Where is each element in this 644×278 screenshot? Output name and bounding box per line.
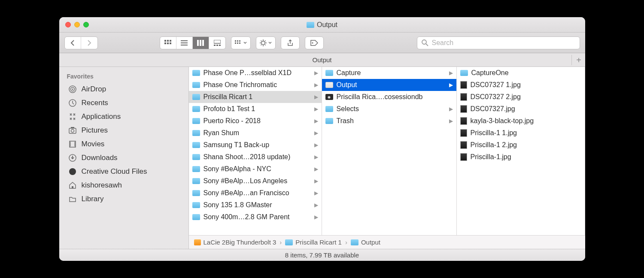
minimize-button[interactable]: [74, 22, 80, 27]
file-row[interactable]: Priscilla-1.jpg: [457, 151, 585, 163]
file-name: Sony #BeAlpha - NYC: [204, 165, 311, 173]
file-row[interactable]: Priscilla-1 2.jpg: [457, 139, 585, 151]
sidebar-item[interactable]: Recents: [59, 96, 188, 110]
file-row[interactable]: DSC07327 1.jpg: [457, 79, 585, 91]
chevron-right-icon: ▶: [314, 94, 318, 100]
svg-rect-8: [181, 45, 188, 45]
svg-rect-9: [197, 40, 199, 46]
sidebar-item[interactable]: Movies: [59, 137, 188, 151]
file-row[interactable]: Puerto Rico - 2018▶: [189, 115, 322, 127]
image-icon: [460, 93, 467, 101]
file-name: Ryan Shum: [204, 129, 311, 137]
svg-rect-6: [181, 40, 188, 41]
path-segment[interactable]: LaCie 2Big Thunderbolt 3: [194, 239, 276, 246]
file-row[interactable]: Sony #BeAlpha - NYC▶: [189, 163, 322, 175]
svg-rect-12: [214, 40, 221, 43]
svg-rect-11: [202, 40, 204, 46]
plus-icon: +: [576, 55, 581, 65]
forward-button[interactable]: [81, 37, 97, 49]
image-icon: [460, 153, 467, 161]
sidebar-item[interactable]: Downloads: [59, 151, 188, 165]
file-row[interactable]: Capture▶: [322, 67, 456, 79]
sidebar-item-label: Downloads: [82, 154, 118, 162]
file-row[interactable]: Selects▶: [322, 103, 456, 115]
sidebar-item[interactable]: Pictures: [59, 124, 188, 137]
sidebar-item[interactable]: AirDrop: [59, 82, 188, 96]
tab-label[interactable]: Output: [312, 56, 331, 63]
file-row[interactable]: ◉Priscilla Rica….cosessiondb: [322, 91, 456, 103]
file-row[interactable]: CaptureOne: [457, 67, 585, 79]
file-name: Trash: [337, 117, 446, 125]
svg-rect-15: [219, 45, 221, 46]
svg-point-22: [261, 41, 265, 45]
file-row[interactable]: Shana Shoot…2018 update)▶: [189, 151, 322, 163]
file-row[interactable]: Output▶: [322, 79, 456, 91]
view-list-button[interactable]: [176, 37, 193, 49]
sidebar-section-header: Favorites: [59, 71, 188, 82]
share-button[interactable]: [281, 36, 300, 49]
sidebar-item-icon: [68, 98, 77, 108]
file-row[interactable]: kayla-3-black-top.jpg: [457, 115, 585, 127]
file-name: Priscilla Rica….cosessiondb: [337, 93, 453, 101]
file-row[interactable]: Phase One P…sselblad X1D▶: [189, 67, 322, 79]
back-button[interactable]: [65, 37, 81, 49]
column-1[interactable]: Phase One P…sselblad X1D▶Phase One Trich…: [189, 67, 322, 235]
folder-icon: [192, 70, 200, 76]
folder-icon: [192, 154, 200, 160]
file-row[interactable]: Ryan Shum▶: [189, 127, 322, 139]
search-input[interactable]: [432, 39, 575, 47]
chevron-right-icon: ▶: [314, 202, 318, 208]
file-name: Phase One Trichromatic: [204, 81, 311, 89]
view-icons-button[interactable]: [160, 37, 176, 49]
sidebar-item[interactable]: Applications: [59, 110, 188, 124]
sidebar-item-icon: [68, 112, 77, 121]
file-row[interactable]: Sony #BeAlp…Los Angeles▶: [189, 175, 322, 187]
file-row[interactable]: Phase One Trichromatic▶: [189, 79, 322, 91]
group-by-button[interactable]: [231, 36, 251, 49]
sidebar-item-icon: [68, 194, 77, 204]
file-row[interactable]: Profoto b1 Test 1▶: [189, 103, 322, 115]
path-segment[interactable]: Output: [351, 239, 380, 246]
sidebar-item[interactable]: Creative Cloud Files: [59, 165, 188, 178]
view-columns-button[interactable]: [193, 37, 209, 49]
sidebar-item-icon: [68, 153, 77, 163]
column-2[interactable]: Capture▶Output▶◉Priscilla Rica….cosessio…: [322, 67, 457, 235]
file-row[interactable]: Sony #BeAlp…an Francisco▶: [189, 187, 322, 199]
folder-icon: [325, 82, 333, 88]
chevron-right-icon: ▶: [449, 106, 453, 112]
svg-rect-2: [170, 40, 171, 42]
chevron-down-icon: [243, 42, 247, 44]
image-icon: [460, 117, 467, 125]
file-name: Shana Shoot…2018 update): [204, 153, 311, 161]
zoom-button[interactable]: [83, 22, 89, 27]
file-row[interactable]: Samsung T1 Back-up▶: [189, 139, 322, 151]
file-row[interactable]: DSC07327.jpg: [457, 103, 585, 115]
svg-rect-20: [237, 42, 238, 44]
tags-button[interactable]: [305, 36, 324, 49]
file-row[interactable]: DSC07327 2.jpg: [457, 91, 585, 103]
file-row[interactable]: Sony 135 1.8 GMaster▶: [189, 199, 322, 211]
svg-rect-0: [164, 40, 166, 42]
path-segment[interactable]: Priscilla Ricart 1: [285, 239, 342, 246]
new-tab-button[interactable]: +: [571, 55, 582, 65]
file-row[interactable]: Priscilla-1 1.jpg: [457, 127, 585, 139]
sidebar-item[interactable]: Library: [59, 192, 188, 206]
tab-bar: Output +: [59, 53, 585, 67]
sidebar-item[interactable]: kishoresawh: [59, 178, 188, 192]
share-icon: [287, 39, 293, 46]
file-row[interactable]: Priscilla Ricart 1▶: [189, 91, 322, 103]
action-button[interactable]: [256, 36, 276, 49]
column-3[interactable]: CaptureOneDSC07327 1.jpgDSC07327 2.jpgDS…: [457, 67, 585, 235]
file-name: Sony 135 1.8 GMaster: [204, 201, 311, 209]
view-gallery-button[interactable]: [209, 37, 225, 49]
file-row[interactable]: Sony 400m…2.8 GM Parent▶: [189, 211, 322, 223]
sidebar-item-icon: [68, 85, 77, 94]
sidebar-item-icon: [68, 167, 77, 176]
status-bar: 8 items, 7.99 TB available: [59, 249, 585, 261]
chevron-right-icon: ▶: [314, 178, 318, 184]
folder-icon: [192, 190, 200, 196]
svg-rect-16: [235, 40, 236, 42]
search-field[interactable]: [417, 36, 580, 49]
close-button[interactable]: [65, 22, 71, 27]
file-row[interactable]: Trash▶: [322, 115, 456, 127]
